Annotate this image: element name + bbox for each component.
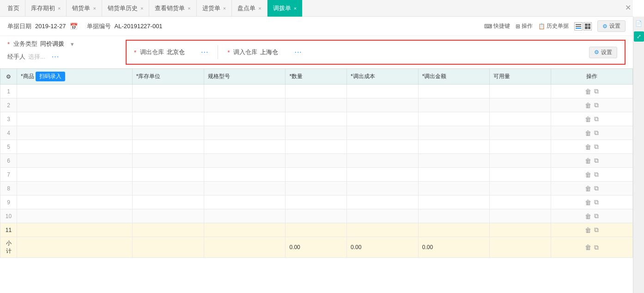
row-product-4[interactable] (17, 126, 133, 140)
row-delete-icon-11[interactable]: 🗑 (585, 226, 591, 234)
row-cost-4[interactable] (347, 126, 419, 140)
transfer-in-value[interactable]: 上海仓 (260, 48, 288, 56)
row-copy-icon-10[interactable]: ⧉ (594, 212, 599, 220)
row-delete-icon-6[interactable]: 🗑 (585, 157, 591, 165)
row-copy-icon-5[interactable]: ⧉ (594, 143, 599, 151)
tab-sales-history[interactable]: 销货单历史 × (102, 0, 149, 17)
row-cost-11[interactable] (347, 223, 419, 237)
row-product-5[interactable] (17, 140, 133, 154)
date-picker-icon[interactable]: 📅 (70, 23, 78, 30)
business-type-value[interactable]: 同价调拨 (40, 40, 68, 48)
row-cost-2[interactable] (347, 98, 419, 112)
row-amount-7[interactable] (418, 168, 490, 182)
layout-grid-button[interactable] (583, 22, 592, 31)
scan-button[interactable]: 扫码录入 (36, 72, 65, 81)
row-copy-icon-8[interactable]: ⧉ (594, 184, 599, 192)
row-delete-icon-5[interactable]: 🗑 (585, 143, 591, 151)
row-cost-1[interactable] (347, 85, 419, 98)
row-qty-1[interactable] (286, 85, 347, 98)
row-cost-3[interactable] (347, 112, 419, 126)
row-product-11[interactable] (17, 223, 133, 237)
row-cost-6[interactable] (347, 154, 419, 168)
row-qty-10[interactable] (286, 209, 347, 223)
row-qty-11[interactable] (286, 223, 347, 237)
row-copy-icon-2[interactable]: ⧉ (594, 101, 599, 109)
business-type-dropdown-icon[interactable]: ▾ (71, 41, 74, 48)
tab-transfer-close[interactable]: × (294, 6, 297, 11)
date-value[interactable]: 2019-12-27 (35, 23, 66, 30)
history-button[interactable]: 📋 历史单据 (538, 22, 569, 30)
row-copy-icon-6[interactable]: ⧉ (594, 157, 599, 165)
row-amount-2[interactable] (418, 98, 490, 112)
tab-sales-order[interactable]: 销货单 × (67, 0, 102, 17)
tab-inventory-check[interactable]: 盘点单 × (232, 0, 267, 17)
row-qty-5[interactable] (286, 140, 347, 154)
row-delete-icon-9[interactable]: 🗑 (585, 199, 591, 206)
row-cost-10[interactable] (347, 209, 419, 223)
tab-inventory-init-close[interactable]: × (58, 6, 61, 11)
row-amount-3[interactable] (418, 112, 490, 126)
tab-transfer[interactable]: 调拨单 × (267, 0, 303, 17)
row-delete-icon-8[interactable]: 🗑 (585, 185, 591, 192)
row-amount-1[interactable] (418, 85, 490, 98)
row-product-7[interactable] (17, 168, 133, 182)
operations-button[interactable]: ⊞ 操作 (516, 22, 533, 30)
subtotal-delete-icon[interactable]: 🗑 (585, 244, 591, 251)
tab-home[interactable]: 首页 (2, 0, 25, 17)
row-delete-icon-1[interactable]: 🗑 (585, 88, 591, 95)
row-amount-10[interactable] (418, 209, 490, 223)
tab-view-sales[interactable]: 查看销货单 × (149, 0, 196, 17)
subtotal-copy-icon[interactable]: ⧉ (594, 244, 599, 251)
sidebar-doc-icon[interactable]: 📄 (634, 18, 644, 29)
row-delete-icon-10[interactable]: 🗑 (585, 213, 591, 220)
row-delete-icon-4[interactable]: 🗑 (585, 129, 591, 137)
row-product-1[interactable] (17, 85, 133, 98)
row-product-9[interactable] (17, 195, 133, 209)
warehouse-settings-button[interactable]: ⚙ 设置 (589, 47, 617, 58)
tab-sales-order-close[interactable]: × (93, 6, 96, 11)
row-qty-4[interactable] (286, 126, 347, 140)
row-product-10[interactable] (17, 209, 133, 223)
tab-sales-history-close[interactable]: × (140, 6, 143, 11)
tab-view-sales-close[interactable]: × (188, 6, 190, 11)
transfer-out-value[interactable]: 北京仓 (167, 48, 194, 56)
sidebar-expand-icon[interactable]: ⤢ (634, 31, 644, 42)
row-amount-9[interactable] (418, 195, 490, 209)
row-copy-icon-3[interactable]: ⧉ (594, 115, 599, 123)
row-amount-4[interactable] (418, 126, 490, 140)
handler-more-icon[interactable]: ··· (52, 53, 59, 61)
row-qty-6[interactable] (286, 154, 347, 168)
window-close-button[interactable]: ✕ (625, 3, 631, 12)
row-qty-2[interactable] (286, 98, 347, 112)
row-amount-8[interactable] (418, 182, 490, 195)
row-cost-8[interactable] (347, 182, 419, 195)
tab-inventory-check-close[interactable]: × (258, 6, 261, 11)
row-cost-7[interactable] (347, 168, 419, 182)
layout-list-button[interactable] (574, 22, 583, 31)
tab-inventory-init[interactable]: 库存期初 × (25, 0, 67, 17)
row-amount-5[interactable] (418, 140, 490, 154)
row-product-8[interactable] (17, 182, 133, 195)
row-cost-5[interactable] (347, 140, 419, 154)
row-delete-icon-2[interactable]: 🗑 (585, 102, 591, 109)
row-copy-icon-11[interactable]: ⧉ (594, 226, 599, 234)
row-qty-3[interactable] (286, 112, 347, 126)
transfer-in-more-icon[interactable]: ··· (294, 48, 302, 56)
row-cost-9[interactable] (347, 195, 419, 209)
row-copy-icon-4[interactable]: ⧉ (594, 129, 599, 137)
row-copy-icon-7[interactable]: ⧉ (594, 171, 599, 178)
row-amount-11[interactable] (418, 223, 490, 237)
row-qty-9[interactable] (286, 195, 347, 209)
row-copy-icon-9[interactable]: ⧉ (594, 198, 599, 206)
row-copy-icon-1[interactable]: ⧉ (594, 87, 599, 95)
row-qty-8[interactable] (286, 182, 347, 195)
shortcuts-button[interactable]: ⌨ 快捷键 (484, 22, 510, 30)
settings-button[interactable]: ⚙ 设置 (597, 20, 626, 32)
tab-purchase-order-close[interactable]: × (223, 6, 226, 11)
col-settings-header[interactable]: ⚙ (0, 69, 17, 85)
row-delete-icon-7[interactable]: 🗑 (585, 171, 591, 178)
row-product-6[interactable] (17, 154, 133, 168)
row-product-3[interactable] (17, 112, 133, 126)
row-product-2[interactable] (17, 98, 133, 112)
row-qty-7[interactable] (286, 168, 347, 182)
